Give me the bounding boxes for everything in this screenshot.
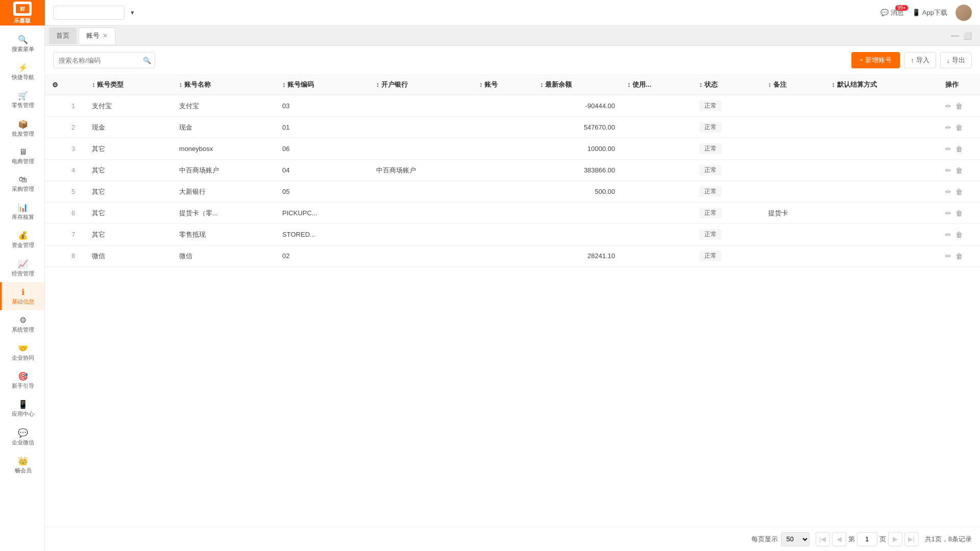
row-balance: 547670.00 (534, 117, 621, 138)
search-wrap: 🔍 (53, 52, 155, 68)
header-search-input[interactable] (53, 6, 125, 20)
col-settings[interactable]: ⚙ (45, 75, 65, 95)
row-remark (762, 181, 826, 203)
delete-icon[interactable]: 🗑 (955, 231, 963, 239)
tab-home[interactable]: 首页 (49, 28, 77, 44)
page-content: 🔍 + 新增账号 ↑ 导入 ↓ 导出 (45, 46, 980, 551)
sidebar-item-inventory-calc[interactable]: 📊库存核算 (0, 197, 44, 226)
sidebar-item-enterprise-wechat[interactable]: 💬企业微信 (0, 423, 44, 451)
sidebar-item-retail-mgmt[interactable]: 🛒零售管理 (0, 86, 44, 114)
prev-page-button[interactable]: ◀ (832, 532, 846, 546)
download-icon: 📱 (912, 9, 920, 16)
edit-icon[interactable]: ✏ (945, 231, 951, 239)
user-avatar[interactable] (955, 5, 972, 21)
sidebar-item-ecommerce-mgmt[interactable]: 🖥电商管理 (0, 142, 44, 170)
col-name[interactable]: ↕ 账号名称 (173, 75, 276, 95)
delete-icon[interactable]: 🗑 (955, 145, 963, 153)
col-bank[interactable]: ↕ 开户银行 (370, 75, 473, 95)
col-settlement[interactable]: ↕ 默认结算方式 (826, 75, 939, 95)
sidebar-label-wholesale-mgmt: 批发管理 (12, 131, 34, 137)
search-menu-icon: 🔍 (18, 35, 28, 44)
pagination-bar: 每页显示 50 20 100 |◀ ◀ 第 页 ▶ ▶| 共1页，8条记录 (45, 527, 980, 551)
row-code: 05 (276, 181, 370, 203)
row-type: 其它 (86, 224, 173, 245)
row-index: 5 (65, 181, 86, 203)
sidebar-item-app-center[interactable]: 📱应用中心 (0, 394, 44, 422)
sidebar-item-enterprise-agreement[interactable]: 🤝企业协同 (0, 338, 44, 366)
next-page-button[interactable]: ▶ (888, 532, 902, 546)
col-type[interactable]: ↕ 账号类型 (86, 75, 173, 95)
message-button[interactable]: 💬 消息 99+ (880, 8, 904, 17)
sidebar-item-quick-nav[interactable]: ⚡快捷导航 (0, 58, 44, 86)
row-type: 其它 (86, 138, 173, 160)
import-button[interactable]: ↑ 导入 (904, 52, 936, 68)
edit-icon[interactable]: ✏ (945, 145, 951, 153)
row-account (473, 138, 534, 160)
sidebar-item-system-mgmt[interactable]: ⚙系统管理 (0, 310, 44, 338)
purchase-mgmt-icon: 🛍 (19, 175, 27, 184)
search-area: 🔍 (53, 52, 155, 68)
search-icon[interactable]: 🔍 (143, 57, 151, 64)
sidebar-item-capital-mgmt[interactable]: 💰资金管理 (0, 226, 44, 254)
delete-icon[interactable]: 🗑 (955, 102, 963, 110)
col-status[interactable]: ↕ 状态 (693, 75, 762, 95)
col-code[interactable]: ↕ 账号编码 (276, 75, 370, 95)
row-checkbox-cell (45, 203, 65, 224)
delete-icon[interactable]: 🗑 (955, 209, 963, 217)
row-balance (534, 203, 621, 224)
last-page-button[interactable]: ▶| (904, 532, 919, 546)
per-page-select[interactable]: 50 20 100 (781, 532, 810, 546)
minimize-icon[interactable]: — (951, 31, 959, 40)
row-settlement (826, 95, 939, 117)
per-page-control: 每页显示 50 20 100 (751, 532, 810, 546)
delete-icon[interactable]: 🗑 (955, 123, 963, 132)
edit-icon[interactable]: ✏ (945, 102, 951, 110)
header-dropdown[interactable]: ▾ (131, 9, 134, 16)
table-wrap: ⚙ ↕ 账号类型 ↕ 账号名称 ↕ 账号编码 ↕ 开户银行 ↕ 账号 ↕ 最新余… (45, 75, 980, 527)
col-balance[interactable]: ↕ 最新余额 (534, 75, 621, 95)
tab-close-icon[interactable]: ✕ (103, 33, 108, 39)
wholesale-mgmt-icon: 📦 (18, 119, 28, 129)
col-usage[interactable]: ↕ 使用... (621, 75, 693, 95)
sidebar-item-search-menu[interactable]: 🔍搜索菜单 (0, 30, 44, 58)
sidebar-nav: 🔍搜索菜单⚡快捷导航🛒零售管理📦批发管理🖥电商管理🛍采购管理📊库存核算💰资金管理… (0, 26, 44, 551)
sidebar-item-vip-member[interactable]: 👑畅会员 (0, 451, 44, 479)
edit-icon[interactable]: ✏ (945, 166, 951, 174)
delete-icon[interactable]: 🗑 (955, 166, 963, 174)
export-button[interactable]: ↓ 导出 (940, 52, 972, 68)
sidebar-item-purchase-mgmt[interactable]: 🛍采购管理 (0, 170, 44, 197)
edit-icon[interactable]: ✏ (945, 209, 951, 217)
row-status: 正常 (693, 160, 762, 181)
maximize-icon[interactable]: ⬜ (963, 32, 972, 40)
basic-info-icon: ℹ (21, 287, 24, 297)
search-input[interactable] (53, 52, 155, 68)
delete-icon[interactable]: 🗑 (955, 188, 963, 196)
edit-icon[interactable]: ✏ (945, 123, 951, 132)
row-checkbox-cell (45, 160, 65, 181)
row-name: 零售抵现 (173, 224, 276, 245)
add-account-button[interactable]: + 新增账号 (851, 52, 900, 68)
edit-icon[interactable]: ✏ (945, 252, 951, 260)
tab-account[interactable]: 账号 ✕ (79, 28, 115, 44)
row-actions: ✏ 🗑 (939, 245, 980, 267)
row-type: 现金 (86, 117, 173, 138)
col-remark[interactable]: ↕ 备注 (762, 75, 826, 95)
row-index: 4 (65, 160, 86, 181)
page-input[interactable] (857, 532, 877, 546)
app-download-button[interactable]: 📱 App下载 (912, 8, 947, 17)
col-account[interactable]: ↕ 账号 (473, 75, 534, 95)
row-actions: ✏ 🗑 (939, 224, 980, 245)
first-page-button[interactable]: |◀ (816, 532, 830, 546)
sidebar-item-wholesale-mgmt[interactable]: 📦批发管理 (0, 114, 44, 142)
delete-icon[interactable]: 🗑 (955, 252, 963, 260)
row-code: STORED... (276, 224, 370, 245)
sidebar-item-basic-info[interactable]: ℹ基础信息 (0, 282, 44, 310)
edit-icon[interactable]: ✏ (945, 188, 951, 196)
row-status: 正常 (693, 181, 762, 203)
sidebar-item-new-guide[interactable]: 🎯新手引导 (0, 366, 44, 394)
row-checkbox-cell (45, 181, 65, 203)
row-remark (762, 138, 826, 160)
sidebar-item-operations-mgmt[interactable]: 📈经营管理 (0, 254, 44, 282)
app-logo: 财 乐嘉版 (0, 0, 45, 26)
row-usage (621, 245, 693, 267)
